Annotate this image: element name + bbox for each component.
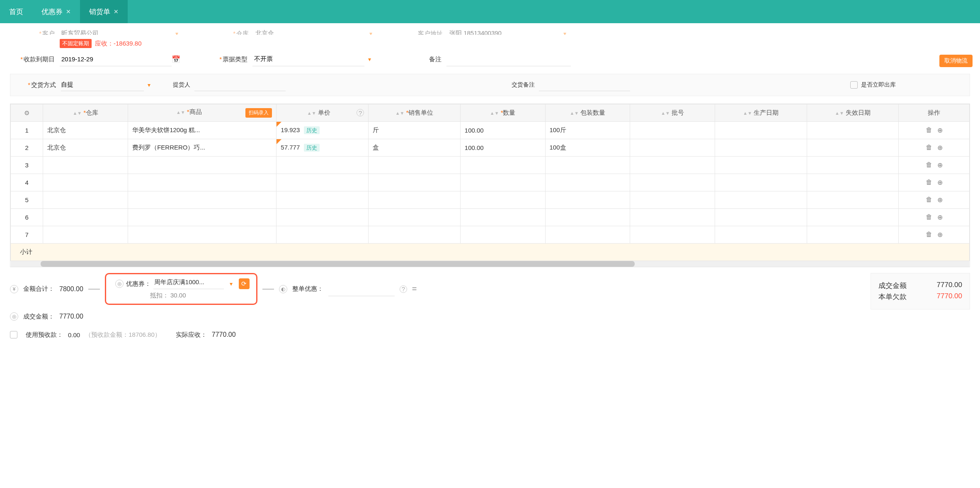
close-icon[interactable]: ✕ [66, 8, 71, 15]
add-icon[interactable]: ⊕ [937, 179, 943, 186]
deal-icon: ◎ [10, 312, 18, 321]
immediate-out-label: 是否立即出库 [861, 81, 896, 89]
coupon-select[interactable]: 周年店庆满1000... [153, 278, 224, 289]
horizontal-scrollbar[interactable] [11, 261, 969, 267]
table-row[interactable]: 5🗑⊕ [11, 191, 970, 209]
order-discount-input[interactable] [328, 282, 395, 296]
customer-address-input[interactable] [448, 27, 560, 35]
discount-icon: ◐ [279, 285, 287, 293]
add-icon[interactable]: ⊕ [937, 126, 943, 134]
close-icon[interactable]: ✕ [114, 8, 119, 15]
sort-icon[interactable]: ▲▼ [661, 112, 670, 114]
coupon-label: 优惠券： [126, 280, 151, 288]
order-discount-label: 整单优惠： [292, 285, 323, 293]
currency-icon: ¥ [10, 285, 18, 293]
add-icon[interactable]: ⊕ [937, 196, 943, 204]
table-row[interactable]: 6🗑⊕ [11, 209, 970, 226]
warehouse-input[interactable] [254, 27, 366, 35]
delete-icon[interactable]: 🗑 [926, 196, 932, 204]
table-row[interactable]: 3🗑⊕ [11, 157, 970, 174]
tab-home[interactable]: 首页 [0, 0, 32, 23]
invoice-type-input[interactable] [252, 52, 364, 66]
tab-bar: 首页 优惠券✕ 销货单✕ [0, 0, 980, 23]
payment-date-input[interactable] [60, 52, 172, 66]
table-row[interactable]: 4🗑⊕ [11, 174, 970, 191]
history-badge[interactable]: 历史 [304, 126, 320, 134]
delivery-method-input[interactable] [61, 79, 144, 91]
sort-icon[interactable]: ▲▼ [743, 112, 752, 114]
sort-icon[interactable]: ▲▼ [176, 111, 185, 114]
prepay-balance: （预收款金额：18706.80） [85, 331, 161, 339]
gear-icon[interactable]: ⚙ [24, 109, 29, 116]
sort-icon[interactable]: ▲▼ [395, 112, 405, 114]
chevron-down-icon[interactable]: ▾ [226, 280, 236, 287]
line-items-table: ⚙ ▲▼*仓库 ▲▼*商品 扫码录入 ▲▼单价? ▲▼*销售单位 ▲▼*数量 ▲… [10, 104, 970, 261]
calendar-icon[interactable]: 📅 [172, 55, 180, 64]
use-prepay-value: 0.00 [68, 331, 80, 338]
remark-input[interactable] [446, 52, 571, 66]
coupon-icon: ◎ [115, 280, 124, 288]
sort-icon[interactable]: ▲▼ [307, 112, 316, 114]
customer-input[interactable] [60, 27, 172, 35]
delivery-remark-input[interactable] [539, 79, 630, 91]
sort-icon[interactable]: ▲▼ [73, 112, 82, 114]
help-icon[interactable]: ? [357, 109, 364, 116]
refresh-coupon-button[interactable]: ⟳ [239, 278, 250, 289]
chevron-down-icon[interactable]: ▾ [364, 56, 374, 63]
receiver-label: 提货人 [173, 81, 190, 89]
delete-icon[interactable]: 🗑 [926, 213, 932, 221]
actual-receive-value: 7770.00 [212, 331, 236, 338]
use-prepay-checkbox[interactable] [10, 331, 17, 338]
tab-coupon[interactable]: 优惠券✕ [32, 0, 80, 23]
delete-icon[interactable]: 🗑 [926, 161, 932, 169]
sort-icon[interactable]: ▲▼ [835, 112, 844, 114]
delete-icon[interactable]: 🗑 [926, 231, 932, 239]
delivery-bar: *交货方式 ▾ 提货人 交货备注 是否立即出库 [10, 74, 970, 96]
sort-icon[interactable]: ▲▼ [570, 112, 579, 114]
total-value: 7800.00 [59, 285, 83, 293]
immediate-out-checkbox[interactable] [850, 81, 858, 89]
delete-icon[interactable]: 🗑 [926, 144, 932, 152]
delete-icon[interactable]: 🗑 [926, 126, 932, 134]
chevron-down-icon[interactable]: ▾ [366, 30, 376, 35]
receiver-input[interactable] [194, 79, 286, 91]
sort-icon[interactable]: ▲▼ [490, 112, 499, 114]
add-icon[interactable]: ⊕ [937, 144, 943, 152]
table-row[interactable]: 7🗑⊕ [11, 226, 970, 244]
chevron-down-icon[interactable]: ▾ [560, 30, 570, 35]
equals-icon: = [412, 284, 417, 294]
table-row[interactable]: 2北京仓费列罗（FERRERO）巧...57.777 历史盒100.00100盒… [11, 139, 970, 157]
chevron-down-icon[interactable]: ▾ [172, 30, 182, 35]
add-icon[interactable]: ⊕ [937, 213, 943, 221]
delivery-remark-label: 交货备注 [512, 81, 535, 89]
summary-box: 成交金额7770.00 本单欠款7770.00 [871, 273, 970, 309]
add-icon[interactable]: ⊕ [937, 161, 943, 169]
delete-icon[interactable]: 🗑 [926, 179, 932, 186]
fixed-period-badge: 不固定账期 [60, 39, 92, 48]
use-prepay-label: 使用预收款： [26, 331, 63, 339]
tab-sales-order[interactable]: 销货单✕ [80, 0, 128, 23]
table-row[interactable]: 1北京仓华美华夫软饼1200g 糕...19.923 历史斤100.00100斤… [11, 122, 970, 139]
coupon-highlight-box: ◎ 优惠券： 周年店庆满1000... ▾ ⟳ 抵扣： 30.00 [105, 273, 257, 305]
chevron-down-icon[interactable]: ▾ [144, 82, 154, 88]
deal-amount-label: 成交金额： [23, 313, 54, 321]
deal-amount-value: 7770.00 [59, 313, 83, 320]
help-icon[interactable]: ? [400, 285, 407, 293]
total-label: 金额合计： [23, 285, 54, 293]
scan-input-button[interactable]: 扫码录入 [245, 108, 272, 118]
add-icon[interactable]: ⊕ [937, 231, 943, 239]
actual-receive-label: 实际应收： [176, 331, 207, 339]
cancel-logistics-button[interactable]: 取消物流 [939, 55, 973, 67]
history-badge[interactable]: 历史 [304, 144, 320, 152]
